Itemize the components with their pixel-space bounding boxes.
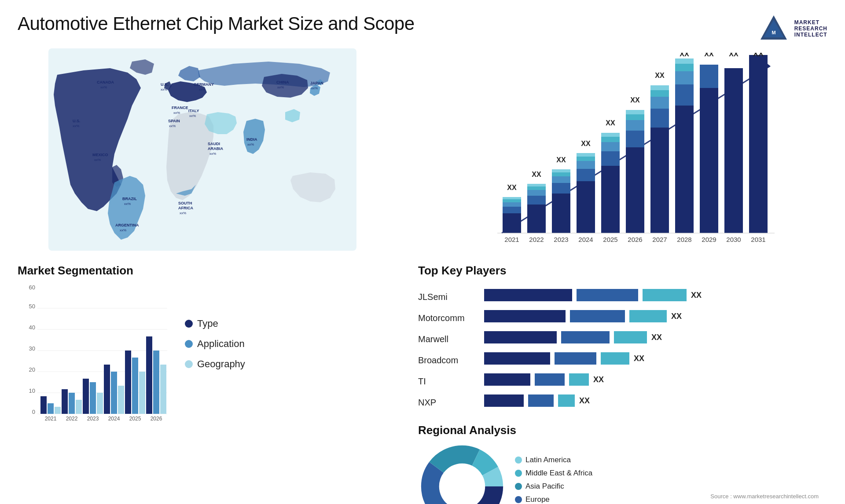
map-section: CANADA xx% U.S. xx% MEXICO xx% BRAZIL xx…	[13, 48, 409, 264]
svg-text:xx%: xx%	[180, 211, 186, 215]
svg-text:10: 10	[29, 387, 35, 394]
svg-text:xx%: xx%	[169, 124, 176, 128]
svg-text:GERMANY: GERMANY	[194, 82, 214, 87]
player-name-3: Broadcom	[418, 352, 475, 368]
legend-application: Application	[185, 338, 245, 350]
svg-text:AFRICA: AFRICA	[178, 206, 193, 210]
svg-text:XX: XX	[581, 140, 591, 147]
svg-rect-138	[146, 336, 152, 414]
segmentation-chart: 0 10 20 30 40 50 60 2021	[18, 283, 176, 424]
svg-text:xx%: xx%	[277, 85, 284, 89]
svg-rect-56	[552, 169, 570, 172]
legend-dot-application	[185, 340, 193, 348]
svg-rect-98	[749, 55, 768, 233]
svg-text:2029: 2029	[702, 236, 716, 243]
svg-text:xx%: xx%	[173, 111, 180, 115]
svg-rect-135	[132, 358, 138, 414]
page-title: Automotive Ethernet Chip Market Size and…	[18, 13, 415, 34]
reg-dot-apac	[515, 483, 522, 490]
bar-chart-section: XX 2021 XX 2022 XX 2023 XX 20	[409, 48, 845, 264]
svg-text:INDIA: INDIA	[246, 137, 257, 142]
svg-text:2021: 2021	[504, 236, 519, 243]
svg-rect-118	[40, 396, 47, 414]
svg-text:SPAIN: SPAIN	[168, 119, 180, 123]
svg-rect-46	[527, 196, 546, 205]
svg-rect-136	[139, 372, 145, 414]
svg-text:XX: XX	[729, 53, 738, 58]
legend-dot-geography	[185, 360, 193, 368]
svg-text:XX: XX	[556, 156, 566, 164]
svg-rect-90	[675, 64, 694, 71]
svg-text:xx%: xx%	[120, 228, 126, 232]
reg-dot-eu	[515, 496, 522, 503]
svg-rect-48	[527, 186, 546, 190]
svg-text:xx%: xx%	[124, 202, 131, 206]
svg-rect-77	[626, 110, 644, 114]
svg-text:XX: XX	[753, 53, 764, 58]
segmentation-section: Market Segmentation 0 10 20 30 40 50 60	[13, 264, 409, 504]
svg-rect-132	[118, 386, 124, 414]
player-name-1: Motorcomm	[418, 310, 475, 326]
svg-rect-38	[503, 213, 521, 233]
svg-rect-81	[650, 109, 669, 128]
svg-text:2027: 2027	[652, 236, 667, 243]
legend-type: Type	[185, 318, 245, 329]
header: Automotive Ethernet Chip Market Size and…	[0, 0, 845, 48]
svg-text:U.K.: U.K.	[161, 82, 169, 87]
reg-legend-latin: Latin America	[515, 456, 592, 464]
svg-text:40: 40	[29, 324, 35, 331]
svg-text:xx%: xx%	[73, 124, 79, 128]
svg-text:BRAZIL: BRAZIL	[122, 197, 137, 201]
svg-rect-52	[552, 194, 570, 233]
players-title: Top Key Players	[418, 264, 845, 278]
logo-text: MARKET RESEARCH INTELLECT	[794, 19, 827, 38]
svg-rect-39	[503, 207, 521, 213]
svg-rect-124	[76, 400, 82, 414]
svg-text:XX: XX	[507, 184, 517, 191]
svg-rect-140	[160, 365, 166, 414]
svg-text:xx%: xx%	[100, 85, 107, 89]
svg-rect-89	[675, 71, 694, 84]
svg-rect-41	[503, 199, 521, 202]
svg-rect-128	[97, 393, 103, 414]
svg-rect-59	[577, 181, 595, 233]
svg-rect-82	[650, 97, 669, 109]
svg-rect-127	[90, 382, 96, 414]
svg-rect-122	[62, 389, 68, 414]
reg-legend-apac: Asia Pacific	[515, 482, 592, 491]
regional-title: Regional Analysis	[418, 424, 845, 437]
svg-rect-130	[104, 365, 110, 414]
svg-text:2031: 2031	[751, 236, 765, 243]
svg-rect-66	[601, 166, 620, 233]
svg-text:2025: 2025	[603, 236, 617, 243]
svg-text:20: 20	[29, 366, 35, 373]
svg-rect-74	[626, 131, 644, 147]
svg-rect-76	[626, 114, 644, 120]
svg-text:ARGENTINA: ARGENTINA	[115, 223, 139, 227]
source-text: Source : www.marketresearchintellect.com	[710, 493, 819, 500]
svg-text:xx%: xx%	[94, 158, 101, 162]
svg-text:2021: 2021	[45, 416, 57, 422]
svg-text:CHINA: CHINA	[276, 80, 289, 84]
svg-text:2025: 2025	[129, 416, 141, 422]
reg-legend-eu: Europe	[515, 495, 592, 504]
svg-rect-84	[650, 85, 669, 90]
svg-rect-63	[577, 153, 595, 157]
svg-rect-87	[675, 106, 694, 233]
svg-text:2026: 2026	[628, 236, 642, 243]
svg-rect-80	[650, 128, 669, 233]
world-map: CANADA xx% U.S. xx% MEXICO xx% BRAZIL xx…	[13, 48, 392, 251]
svg-rect-55	[552, 172, 570, 176]
svg-rect-126	[83, 379, 89, 414]
svg-text:ITALY: ITALY	[188, 109, 199, 113]
svg-rect-93	[700, 88, 718, 233]
svg-text:XX: XX	[704, 53, 714, 58]
svg-text:2023: 2023	[87, 416, 99, 422]
svg-rect-42	[503, 197, 521, 199]
svg-text:SAUDI: SAUDI	[208, 142, 220, 146]
svg-rect-40	[503, 202, 521, 207]
svg-text:2024: 2024	[108, 416, 120, 422]
regional-section: Regional Analysis	[418, 424, 845, 504]
svg-text:xx%: xx%	[311, 86, 318, 90]
svg-rect-60	[577, 169, 595, 181]
